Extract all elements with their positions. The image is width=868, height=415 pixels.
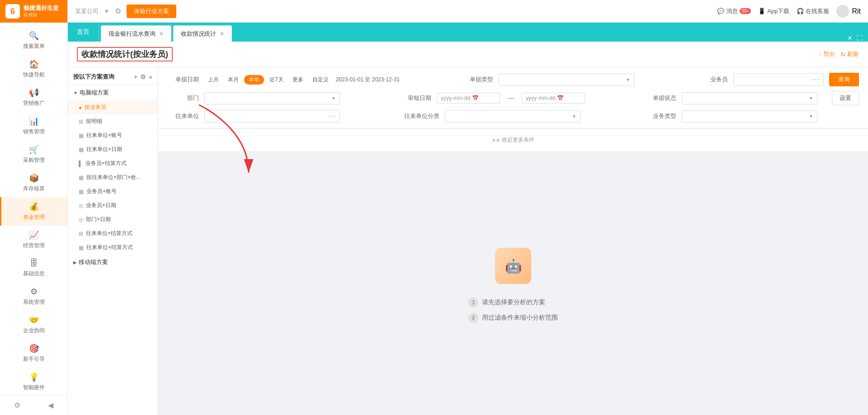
date-tab-custom[interactable]: 自定义 bbox=[309, 75, 332, 85]
refresh-btn[interactable]: ↻ 刷新 bbox=[840, 50, 859, 58]
scheme-item-label: 业务员+账号 bbox=[86, 188, 117, 195]
scheme-item-label: 往来单位+结算方式 bbox=[86, 244, 133, 251]
export-btn[interactable]: ↑ 导出 bbox=[819, 50, 835, 58]
scheme-item-salesman-account[interactable]: ▦ 业务员+账号 bbox=[68, 184, 158, 198]
salesman-label: 业务员 bbox=[696, 75, 728, 84]
scheme-item-partner-account[interactable]: ▦ 往来单位+账号 bbox=[68, 128, 158, 142]
breadcrumb-dropdown[interactable]: ▼ bbox=[104, 8, 109, 14]
hint-item-2: 2 用过滤条件来缩小分析范围 bbox=[468, 313, 558, 323]
header-gear-icon[interactable]: ⚙ bbox=[115, 7, 121, 15]
business-type-select[interactable]: ▼ bbox=[682, 110, 817, 123]
scheme-icon-table4: ▦ bbox=[79, 189, 84, 195]
app-name: 畅捷通好生意 bbox=[24, 5, 59, 12]
collapse-label: 收起更多条件 bbox=[502, 136, 534, 144]
scheme-group-desktop-header[interactable]: ▼ 电脑端方案 bbox=[68, 85, 158, 100]
tab-bank-flow-close[interactable]: ✕ bbox=[159, 31, 164, 37]
partner-more-btn[interactable]: ··· bbox=[329, 112, 336, 120]
salesman-more-btn[interactable]: ··· bbox=[812, 75, 820, 84]
tab-home[interactable]: 首页 bbox=[68, 23, 99, 42]
scheme-group-mobile-header[interactable]: ▶ 移动端方案 bbox=[68, 255, 158, 270]
review-date-end[interactable]: yyyy-mm-dd 📅 bbox=[522, 93, 585, 104]
app-download-btn[interactable]: 📱 App下载 bbox=[758, 7, 789, 15]
sidebar-item-guide[interactable]: 🎯 新手引导 bbox=[0, 339, 67, 368]
sidebar-item-sales[interactable]: 📊 销售管理 bbox=[0, 112, 67, 140]
sidebar-settings-btn[interactable]: ⚙ bbox=[14, 401, 20, 410]
scheme-group-mobile-label: 移动端方案 bbox=[79, 258, 108, 266]
tab-receipt-stats[interactable]: 收款情况统计 ✕ bbox=[173, 25, 232, 42]
basic-icon: 🗄 bbox=[30, 259, 38, 268]
content-area: 🤖 1 请先选择要分析的方案 2 用过滤条件来缩小分析范围 bbox=[158, 151, 868, 415]
sidebar-item-system[interactable]: ⚙ 系统管理 bbox=[0, 282, 67, 311]
date-tab-this-year[interactable]: 本年 bbox=[244, 75, 264, 85]
scheme-item-label: 往来单位+日期 bbox=[86, 146, 122, 153]
chevron-down-icon: ▼ bbox=[73, 90, 78, 95]
date-tab-more[interactable]: 更多 bbox=[289, 75, 307, 85]
sidebar-item-search[interactable]: 🔍 搜索菜单 bbox=[0, 26, 67, 55]
scheme-icon-table5: ▦ bbox=[79, 245, 84, 251]
chevron-right-icon: ▶ bbox=[73, 260, 77, 265]
scheme-item-partner-dept[interactable]: ▦ 按往来单位+部门+收... bbox=[68, 170, 158, 184]
sidebar-item-hardware[interactable]: 💡 智能硬件 bbox=[0, 368, 67, 395]
sidebar-collapse-btn[interactable]: ◀ bbox=[48, 401, 53, 410]
sidebar-item-nav[interactable]: 🏠 快捷导航 bbox=[0, 55, 67, 83]
logo-icon: 6 bbox=[5, 4, 20, 19]
partner-select[interactable]: ··· bbox=[204, 110, 340, 123]
filter-row-partner: 往来单位 ··· 往来单位分类 ▼ 业务类型 bbox=[167, 110, 859, 123]
date-tab-this-month[interactable]: 本月 bbox=[224, 75, 242, 85]
scheme-item-dept-date[interactable]: ◎ 部门+日期 bbox=[68, 212, 158, 226]
top-header: 某某公司 ▼ ⚙ 体验行业方案 💬 消息 99+ 📱 App下载 🎧 在线客服 … bbox=[68, 0, 868, 23]
tab-bank-flow[interactable]: 现金银行流水查询 ✕ bbox=[101, 25, 171, 42]
scheme-item-partner-payment1[interactable]: ⊞ 往来单位+结算方式 bbox=[68, 226, 158, 241]
sidebar-item-basic[interactable]: 🗄 基础信息 bbox=[0, 254, 67, 282]
app-version: 标准版 bbox=[24, 12, 59, 18]
sidebar-item-operation[interactable]: 📈 经营管理 bbox=[0, 226, 67, 254]
sidebar-item-marketing[interactable]: 📢 营销推广 bbox=[0, 83, 67, 112]
date-tab-7days[interactable]: 近7天 bbox=[266, 75, 287, 85]
collapse-panel-btn[interactable]: « bbox=[149, 73, 152, 80]
sidebar-item-inventory[interactable]: 📦 库存核算 bbox=[0, 169, 67, 197]
tab-maximize-btn[interactable]: ⛶ bbox=[856, 34, 863, 42]
scheme-item-partner-date[interactable]: ▦ 往来单位+日期 bbox=[68, 142, 158, 156]
hint-num-1: 1 bbox=[468, 297, 478, 307]
add-scheme-btn[interactable]: + bbox=[134, 73, 137, 80]
date-range-display: 2023-01-01 至 2023-12-31 bbox=[336, 76, 400, 84]
sidebar-item-finance[interactable]: 💰 资金管理 bbox=[0, 197, 67, 226]
query-submit-btn[interactable]: 查询 bbox=[829, 73, 859, 86]
tab-bank-flow-label: 现金银行流水查询 bbox=[108, 30, 156, 38]
voucher-status-select[interactable]: ▼ bbox=[682, 92, 817, 104]
scheme-settings-btn[interactable]: ⚙ bbox=[140, 73, 146, 80]
settings-submit-btn[interactable]: 设置 bbox=[832, 91, 859, 105]
tab-close-window-btn[interactable]: ✕ bbox=[847, 34, 853, 42]
collapse-row: ∧∧ 收起更多条件 bbox=[158, 128, 868, 151]
message-icon: 💬 bbox=[717, 8, 724, 14]
robot-illustration: 🤖 bbox=[495, 248, 531, 284]
user-area[interactable]: Rit bbox=[836, 5, 861, 18]
collapse-more-btn[interactable]: ∧∧ 收起更多条件 bbox=[492, 132, 534, 147]
export-icon: ↑ bbox=[819, 51, 822, 58]
salesman-select[interactable]: ··· bbox=[733, 73, 824, 86]
online-service-btn[interactable]: 🎧 在线客服 bbox=[797, 7, 829, 15]
date-tab-last-month[interactable]: 上月 bbox=[204, 75, 222, 85]
scheme-item-by-salesman[interactable]: ● 按业务员 bbox=[68, 100, 158, 114]
inventory-icon: 📦 bbox=[29, 173, 39, 183]
sidebar-item-purchase[interactable]: 🛒 采购管理 bbox=[0, 140, 67, 169]
voucher-type-select[interactable]: ▼ bbox=[499, 74, 634, 86]
tab-receipt-stats-close[interactable]: ✕ bbox=[220, 31, 224, 37]
dept-select[interactable]: ▼ bbox=[204, 92, 340, 104]
scheme-item-salesman-payment[interactable]: ▌ 业务员+结算方式 bbox=[68, 156, 158, 170]
messages-btn[interactable]: 💬 消息 99+ bbox=[717, 7, 751, 15]
scheme-item-salesman-date[interactable]: ◎ 业务员+日期 bbox=[68, 198, 158, 212]
partner-category-arrow: ▼ bbox=[572, 114, 576, 119]
scheme-icon-table3: ▦ bbox=[79, 174, 84, 181]
right-panel: 单据日期 上月 本月 本年 近7天 更多 自定义 2023-01-01 至 20… bbox=[158, 67, 868, 415]
review-date-start[interactable]: yyyy-mm-dd 📅 bbox=[437, 93, 500, 104]
scheme-item-by-detail[interactable]: ⊞ 按明细 bbox=[68, 114, 158, 128]
left-panel: 按以下方案查询 + ⚙ « ▼ 电脑端方案 ● 按业务员 bbox=[68, 67, 158, 415]
trial-btn[interactable]: 体验行业方案 bbox=[127, 5, 176, 18]
sidebar-item-enterprise[interactable]: 🤝 企业协同 bbox=[0, 311, 67, 339]
scheme-item-partner-payment2[interactable]: ▦ 往来单位+结算方式 bbox=[68, 241, 158, 255]
partner-category-select[interactable]: ▼ bbox=[445, 110, 580, 123]
sidebar-item-label: 销售管理 bbox=[23, 128, 45, 136]
header-left: 某某公司 ▼ ⚙ 体验行业方案 bbox=[75, 5, 176, 18]
dept-value bbox=[208, 94, 330, 102]
